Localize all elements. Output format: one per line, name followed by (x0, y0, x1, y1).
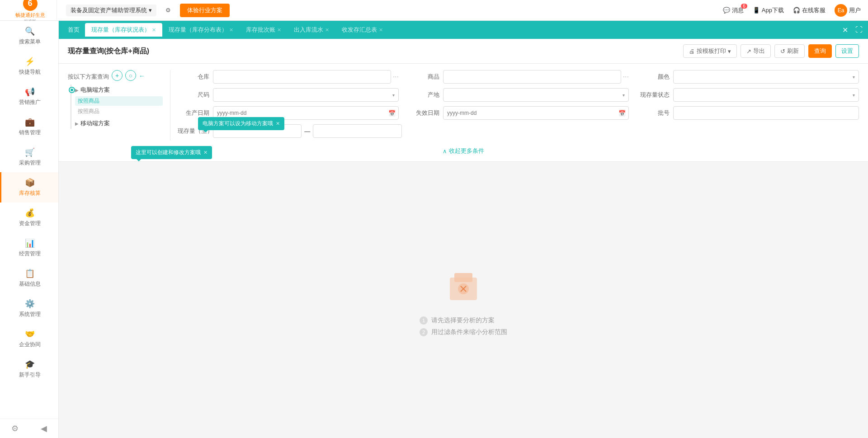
stock-main-max[interactable] (313, 124, 401, 138)
sidebar-item-basic[interactable]: 📋 基础信息 (0, 263, 58, 293)
tab-home[interactable]: 首页 (62, 23, 85, 37)
tab-summary[interactable]: 收发存汇总表 ✕ (335, 23, 389, 37)
filter-label: 按以下方案查询 (68, 73, 109, 81)
sidebar-item-purchase[interactable]: 🛒 采购管理 (0, 142, 58, 172)
svg-rect-1 (454, 273, 472, 282)
page-header: 现存量查询(按仓库+商品) 🖨 按模板打印 ▾ ↗ 导出 ↺ 刷新 (59, 39, 868, 64)
search-icon: 🔍 (25, 26, 35, 36)
sidebar-label-purchase: 采购管理 (19, 159, 41, 167)
add-scheme-btn[interactable]: + (112, 70, 123, 81)
sidebar-item-finance[interactable]: 💰 资金管理 (0, 203, 58, 233)
tab-inventory-dist[interactable]: 现存量（库存分布表） ✕ (162, 23, 240, 37)
exp-date-input[interactable]: 📅 (443, 106, 629, 120)
logo-icon: 6 (23, 0, 38, 11)
inventory-icon: 📦 (25, 178, 35, 188)
tab-inventory-status[interactable]: 现存量（库存状况表） ✕ (85, 23, 162, 37)
scheme-item-2[interactable]: 按照商品 (75, 107, 163, 116)
calendar-icon-exp[interactable]: 📅 (616, 110, 628, 117)
tab-batch[interactable]: 库存批次账 ✕ (240, 23, 288, 37)
filter-row-size: 尺码 ▾ (178, 88, 399, 102)
user-btn[interactable]: Ea 用户 (835, 4, 861, 17)
tab-close-3[interactable]: ✕ (277, 27, 281, 33)
tab-close-2[interactable]: ✕ (229, 27, 233, 33)
empty-tips: 1 请先选择要分析的方案 2 用过滤条件来缩小分析范围 (420, 316, 507, 336)
sidebar-item-guide[interactable]: 🎓 新手引导 (0, 354, 58, 384)
sidebar-item-system[interactable]: ⚙️ 系统管理 (0, 293, 58, 324)
tabs-actions: ✕ ⛶ (840, 25, 864, 35)
export-icon: ↗ (746, 48, 751, 55)
logo-brand: 畅捷通好生意 (15, 12, 45, 19)
sidebar-item-cooperation[interactable]: 🤝 企业协同 (0, 324, 58, 354)
top-right: 💬 消息 6 📱 App下载 🎧 在线客服 Ea 用户 (723, 4, 861, 17)
online-service-btn[interactable]: 🎧 在线客服 (793, 6, 826, 14)
tab-close-4[interactable]: ✕ (325, 27, 329, 33)
refresh-btn[interactable]: ↺ 刷新 (774, 44, 805, 58)
sidebar-item-quick[interactable]: ⚡ 快捷导航 (0, 51, 58, 81)
message-btn[interactable]: 💬 消息 6 (723, 6, 744, 14)
sidebar-label-finance: 资金管理 (19, 220, 41, 227)
sidebar-label-inventory: 库存核算 (19, 189, 41, 197)
sidebar-item-inventory[interactable]: 📦 库存核算 (0, 172, 58, 203)
tab-close-all-icon[interactable]: ✕ (840, 25, 850, 35)
app-download-btn[interactable]: 📱 App下载 (753, 6, 784, 14)
stock-range-separator: — (304, 128, 310, 135)
size-select[interactable]: ▾ (213, 88, 399, 102)
edit-scheme-btn[interactable]: ○ (125, 70, 136, 81)
stock-status-chevron-icon: ▾ (853, 93, 855, 98)
prod-date-start[interactable] (213, 110, 386, 116)
stock-status-select[interactable]: ▾ (673, 88, 859, 102)
content-body: 1 请先选择要分析的方案 2 用过滤条件来缩小分析范围 (59, 162, 868, 438)
warehouse-dots[interactable]: ··· (393, 73, 399, 81)
query-btn[interactable]: 查询 (808, 44, 832, 58)
color-select[interactable]: ▾ (673, 70, 859, 84)
content-area: 首页 现存量（库存状况表） ✕ 现存量（库存分布表） ✕ 库存批次账 ✕ 出入库… (59, 21, 868, 438)
origin-chevron-icon: ▾ (623, 93, 625, 98)
tooltip-main-close[interactable]: ✕ (276, 121, 280, 127)
export-btn[interactable]: ↗ 导出 (741, 44, 771, 58)
scheme-mobile-toggle[interactable]: ▶ 移动端方案 (75, 118, 163, 129)
scheme-item-1[interactable]: 按照商品 (75, 96, 163, 106)
sidebar-label-quick: 快捷导航 (19, 68, 41, 76)
industry-button[interactable]: 体验行业方案 (180, 4, 230, 17)
cooperation-icon: 🤝 (25, 329, 35, 339)
size-chevron-icon: ▾ (392, 93, 395, 98)
collapse-sidebar-icon[interactable]: ◀ (41, 424, 47, 433)
exp-date-start[interactable] (443, 110, 616, 116)
printer-icon: 🖨 (689, 48, 695, 55)
product-dots[interactable]: ··· (623, 73, 629, 81)
top-bar: 6 畅捷通好生意 标准版 装备及固定资产辅助管理系统 ▾ ⚙ 体验行业方案 💬 … (0, 0, 868, 21)
settings-bottom-icon[interactable]: ⚙ (11, 424, 19, 433)
operation-icon: 📊 (25, 238, 35, 248)
warehouse-label: 仓库 (178, 73, 209, 81)
filter-row-stock-status: 现存量状态 ▾ (638, 88, 859, 102)
sidebar-label-guide: 新手引导 (19, 371, 41, 379)
tab-close-1[interactable]: ✕ (152, 27, 156, 33)
tab-inout-flow[interactable]: 出入库流水 ✕ (288, 23, 335, 37)
stock-status-label: 现存量状态 (638, 91, 670, 99)
filter-row-batch: 批号 (638, 106, 859, 120)
tab-fullscreen-icon[interactable]: ⛶ (854, 25, 864, 35)
scheme-desktop-toggle[interactable]: ▶ 电脑端方案 (75, 85, 163, 95)
calendar-icon-prod[interactable]: 📅 (386, 110, 398, 117)
sidebar-item-search[interactable]: 🔍 搜索菜单 (0, 21, 58, 51)
sidebar-item-sales[interactable]: 💼 销售管理 (0, 112, 58, 142)
tabs-bar: 首页 现存量（库存状况表） ✕ 现存量（库存分布表） ✕ 库存批次账 ✕ 出入库… (59, 21, 868, 39)
print-btn[interactable]: 🖨 按模板打印 ▾ (683, 44, 737, 58)
origin-select[interactable]: ▾ (443, 88, 629, 102)
exp-date-label: 失效日期 (408, 109, 439, 117)
settings-icon[interactable]: ⚙ (162, 4, 175, 17)
filter-row-product: 商品 ··· (408, 70, 629, 84)
sidebar-item-operation[interactable]: 📊 经营管理 (0, 233, 58, 263)
tab-close-5[interactable]: ✕ (379, 27, 383, 33)
product-input[interactable] (443, 70, 621, 84)
system-select[interactable]: 装备及固定资产辅助管理系统 ▾ (66, 5, 156, 16)
tip-num-1: 1 (420, 316, 428, 325)
tooltip-sub-close[interactable]: ✕ (203, 150, 208, 155)
scheme-desktop-label: 电脑端方案 (80, 86, 110, 94)
sidebar-item-marketing[interactable]: 📢 营销推广 (0, 81, 58, 112)
scheme-back-arrow[interactable]: ← (139, 72, 145, 80)
warehouse-input[interactable] (213, 70, 391, 84)
collapse-filter-btn[interactable]: ∧ 收起更多条件 (443, 147, 484, 155)
batch-input[interactable] (673, 106, 859, 120)
reset-btn[interactable]: 设置 (835, 44, 859, 58)
